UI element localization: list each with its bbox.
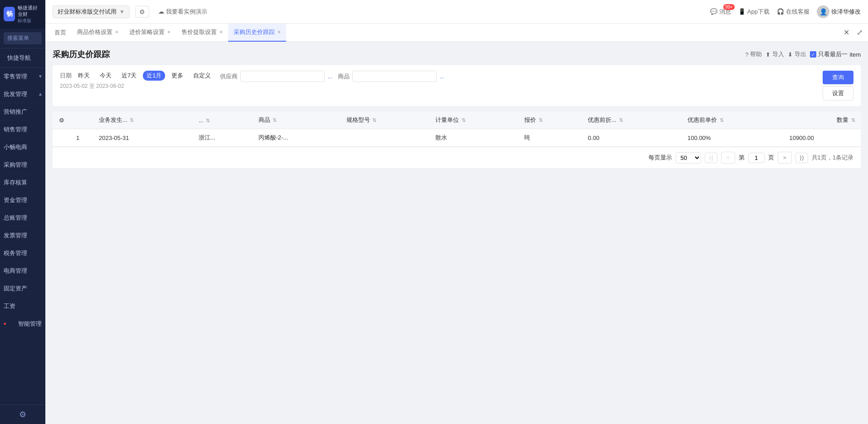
tab-purchase-strategy[interactable]: 进价策略设置 × <box>124 24 176 42</box>
tab-purchase-history[interactable]: 采购历史价跟踪 × <box>228 24 286 42</box>
close-icon[interactable]: × <box>278 29 281 35</box>
logo-sub: 标准版 <box>18 18 42 24</box>
sidebar-item-label: 工资 <box>4 302 15 310</box>
date-option-1month[interactable]: 近1月 <box>143 71 165 81</box>
close-icon[interactable]: × <box>219 29 223 35</box>
only-last-checkbox[interactable]: ✓ 只看最后一 item <box>810 50 861 58</box>
sidebar-item-inventory[interactable]: 库存核算 <box>0 174 45 192</box>
gear-icon[interactable]: ⚙ <box>19 410 26 419</box>
last-page-button[interactable]: ⟩⟩ <box>795 153 808 163</box>
sidebar-item-salary[interactable]: 工资 <box>0 298 45 315</box>
col-product[interactable]: 商品 ⇅ <box>253 111 341 129</box>
product-selector[interactable]: 好业财标准版交付试用 ▼ <box>53 5 130 18</box>
sidebar-item-ledger[interactable]: 总账管理 <box>0 209 45 227</box>
col-price[interactable]: 报价 ⇅ <box>519 111 582 129</box>
item-label: item <box>849 51 861 58</box>
tab-bar: 首页 商品价格设置 × 进价策略设置 × 售价提取设置 × 采购历史价跟踪 × … <box>45 24 868 42</box>
tab-price-setting[interactable]: 商品价格设置 × <box>72 24 124 42</box>
logo-icon: 畅 <box>4 7 15 21</box>
tab-label: 商品价格设置 <box>77 28 112 36</box>
row-spec <box>341 129 430 147</box>
per-page-select[interactable]: 50 10 20 100 <box>676 152 701 164</box>
sidebar-item-smart[interactable]: • 智能管理 <box>0 315 45 333</box>
sidebar-item-label: 小畅电商 <box>4 143 27 151</box>
product-more-btn[interactable]: ... <box>439 73 444 80</box>
supplier-filter-label: 供应商 <box>220 72 238 81</box>
date-option-today[interactable]: 今天 <box>96 71 115 81</box>
next-page-button[interactable]: ＞ <box>778 152 792 164</box>
sidebar-item-marketing[interactable]: 营销推广 <box>0 103 45 121</box>
sort-icon: ⇅ <box>462 117 466 123</box>
col-date[interactable]: 业务发生... ⇅ <box>93 111 193 129</box>
tab-sale-extract[interactable]: 售价提取设置 × <box>176 24 228 42</box>
date-filter-label: 日期 <box>60 72 72 80</box>
demo-label: 我要看实例演示 <box>166 8 207 16</box>
date-option-yesterday[interactable]: 昨天 <box>74 71 93 81</box>
sidebar-item-quicknav[interactable]: 快捷导航 <box>4 51 42 65</box>
chevron-up-icon: ▲ <box>38 92 43 96</box>
date-filter-group: 日期 昨天 今天 近7天 近1月 更多 自定义 2023-05-02 至 202… <box>60 71 215 90</box>
sidebar-item-label: 快捷导航 <box>7 54 31 62</box>
sidebar-item-wholesale[interactable]: 批发管理 ▲ <box>0 86 45 103</box>
col-discount-label: 优惠前折... <box>588 116 616 123</box>
supplier-input[interactable] <box>244 73 321 80</box>
message-icon: 💬 <box>710 8 717 15</box>
query-button[interactable]: 查询 <box>823 71 853 84</box>
tab-close-button[interactable]: ✕ <box>842 26 851 39</box>
search-menu-button[interactable]: 搜索菜单 <box>4 32 42 44</box>
date-option-7days[interactable]: 近7天 <box>118 71 140 81</box>
service-button[interactable]: 🎧 在线客服 <box>777 8 809 16</box>
message-button[interactable]: 💬 消息 99+ <box>710 8 731 16</box>
col-spec[interactable]: 规格型号 ⇅ <box>341 111 430 129</box>
export-icon: ⬇ <box>788 51 793 58</box>
prev-page-button[interactable]: ＜ <box>721 152 735 164</box>
page-content: 采购历史价跟踪 ? 帮助 ⬆ 导入 ⬇ 导出 ✓ 只看最后一 item <box>45 42 868 424</box>
col-unit[interactable]: 计量单位 ⇅ <box>430 111 519 129</box>
user-info[interactable]: 👤 徐泽华修改 <box>817 5 861 18</box>
app-download-button[interactable]: 📱 App下载 <box>738 8 770 16</box>
tab-home[interactable]: 首页 <box>49 24 72 42</box>
settings-button[interactable]: ⚙ <box>135 6 149 18</box>
sidebar-item-sales[interactable]: 销售管理 <box>0 121 45 139</box>
sidebar-item-tax[interactable]: 税务管理 <box>0 245 45 262</box>
col-discount[interactable]: 优惠前折... ⇅ <box>582 111 682 129</box>
close-icon[interactable]: × <box>167 29 171 35</box>
date-option-more[interactable]: 更多 <box>168 71 187 81</box>
tab-expand-button[interactable]: ⤢ <box>855 26 864 39</box>
date-options: 昨天 今天 近7天 近1月 更多 自定义 <box>74 71 215 81</box>
col-gear[interactable]: ⚙ <box>53 111 71 129</box>
export-button[interactable]: ⬇ 导出 <box>788 50 806 58</box>
col-more[interactable]: ... ⇅ <box>193 111 253 129</box>
first-page-button[interactable]: ⟨⟨ <box>705 153 717 163</box>
sidebar-item-ecommerce[interactable]: 电商管理 <box>0 262 45 280</box>
service-label: 在线客服 <box>786 8 809 16</box>
sidebar-item-finance[interactable]: 资金管理 <box>0 192 45 209</box>
sidebar-item-retail[interactable]: 零售管理 ▼ <box>0 68 45 86</box>
date-option-custom[interactable]: 自定义 <box>190 71 215 81</box>
table-row: 1 2023-05-31 浙江... 丙烯酸-2-... 散水 吨 0.00 1… <box>53 129 861 147</box>
supplier-more-btn[interactable]: ... <box>327 73 332 80</box>
close-icon[interactable]: × <box>115 29 118 35</box>
filter-settings-button[interactable]: 设置 <box>823 86 853 101</box>
col-spec-label: 规格型号 <box>346 116 370 123</box>
sidebar-item-assets[interactable]: 固定资产 <box>0 280 45 298</box>
sidebar-item-purchase[interactable]: 采购管理 <box>0 156 45 174</box>
demo-button[interactable]: ☁ 我要看实例演示 <box>158 8 207 16</box>
sidebar-item-label: 税务管理 <box>4 249 27 257</box>
col-quantity[interactable]: 数量 ⇅ <box>784 111 861 129</box>
table-header-row: ⚙ 业务发生... ⇅ ... ⇅ 商品 ⇅ <box>53 111 861 129</box>
col-pre-discount-price[interactable]: 优惠前单价 ⇅ <box>682 111 784 129</box>
sidebar-item-invoice[interactable]: 发票管理 <box>0 227 45 245</box>
page-input[interactable] <box>748 153 765 163</box>
product-input[interactable] <box>356 73 433 80</box>
data-table: ⚙ 业务发生... ⇅ ... ⇅ 商品 ⇅ <box>53 111 861 147</box>
help-button[interactable]: ? 帮助 <box>745 50 762 58</box>
import-button[interactable]: ⬆ 导入 <box>766 50 784 58</box>
filter-actions: 查询 设置 <box>823 71 853 101</box>
sidebar-item-ecommerce-small[interactable]: 小畅电商 <box>0 139 45 156</box>
row-num: 1 <box>71 129 93 147</box>
sidebar-item-label: 批发管理 <box>4 90 27 98</box>
sort-icon: ⇅ <box>539 117 543 123</box>
sort-icon: ⇅ <box>372 117 376 123</box>
product-input-wrap <box>352 71 437 82</box>
